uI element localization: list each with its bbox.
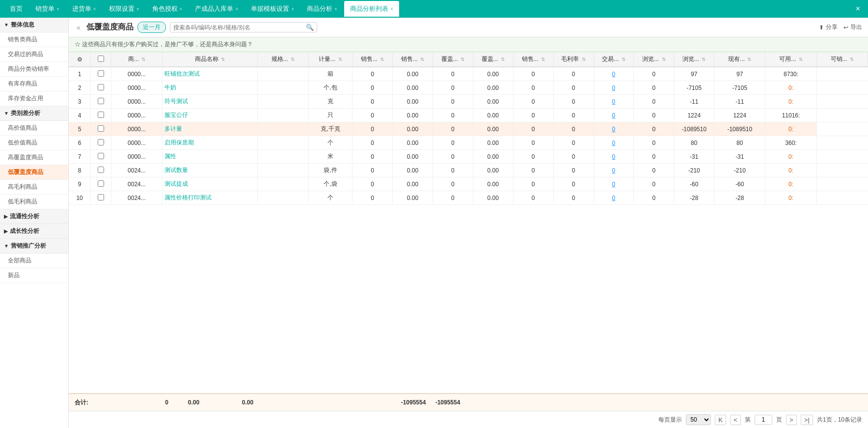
nav-tab-template[interactable]: 单据模板设置 × [245,1,300,17]
nav-tab-purchase[interactable]: 进货单 × [66,1,102,17]
sellable-col-header[interactable]: 可销... ⇅ [816,52,868,67]
sort-icon: ⇅ [461,57,464,62]
checkbox-col-header[interactable] [91,52,111,67]
close-icon[interactable]: × [390,6,393,12]
per-page-select[interactable]: 50 20 100 [686,414,711,425]
row-name[interactable]: 多计量 [163,122,258,136]
prev-page-button[interactable]: < [730,415,741,425]
sales2-col-header[interactable]: 销售... ⇅ [393,52,433,67]
row-trade[interactable]: 0 [594,150,634,164]
row-checkbox[interactable] [91,122,111,136]
row-name[interactable]: 符号测试 [163,95,258,109]
row-name[interactable]: 牛奶 [163,81,258,95]
sidebar-group-flow[interactable]: ▶ 流通性分析 [0,209,68,224]
unit-col-header[interactable]: 计量... ⇅ [308,52,352,67]
row-name[interactable]: 属性 [163,150,258,164]
spec-col-header[interactable]: 规格... ⇅ [257,52,308,67]
row-name[interactable]: 服宝公仔 [163,109,258,122]
row-name[interactable]: 测试数量 [163,164,258,177]
coverage1-col-header[interactable]: 覆盖... ⇅ [433,52,473,67]
first-page-button[interactable]: K [715,415,726,425]
row-trade[interactable]: 0 [594,177,634,191]
sidebar-item-low-margin[interactable]: 低毛利商品 [0,195,68,209]
margin-col-header[interactable]: 毛利率 ⇅ [553,52,594,67]
close-icon[interactable]: × [93,6,96,12]
sidebar-item-capital[interactable]: 库存资金占用 [0,91,68,106]
sales3-col-header[interactable]: 销售... ⇅ [513,52,553,67]
row-trade[interactable]: 0 [594,136,634,150]
code-col-header[interactable]: 商... ⇅ [111,52,162,67]
nav-tab-roles[interactable]: 角色授权 × [146,1,189,17]
sidebar-item-high-margin[interactable]: 高毛利商品 [0,180,68,195]
nav-tab-product-entry[interactable]: 产成品入库单 × [189,1,244,17]
row-checkbox[interactable] [91,136,111,150]
row-trade[interactable]: 0 [594,67,634,81]
select-all-checkbox[interactable] [98,56,104,62]
window-close-button[interactable]: × [852,2,864,15]
row-available: 1224 [714,109,765,122]
close-icon[interactable]: × [235,6,238,12]
row-checkbox[interactable] [91,81,111,95]
row-trade[interactable]: 0 [594,122,634,136]
period-button[interactable]: 近一月 [137,22,166,33]
close-icon[interactable]: × [56,6,59,12]
sidebar-item-all-goods[interactable]: 全部商品 [0,254,68,268]
sidebar-group-growth[interactable]: ▶ 成长性分析 [0,224,68,239]
page-number-input[interactable] [755,415,772,425]
close-icon[interactable]: × [136,6,139,12]
row-trade[interactable]: 0 [594,81,634,95]
last-page-button[interactable]: >| [801,415,813,425]
close-icon[interactable]: × [291,6,294,12]
table-wrapper[interactable]: ⚙ 商... ⇅ 商品名称 ⇅ 规格... ⇅ 计量... ⇅ 销售... ⇅ … [69,52,868,393]
row-name[interactable]: 旺铺批次测试 [163,67,258,81]
nav-tab-sales[interactable]: 销货单 × [29,1,65,17]
row-name[interactable]: 属性价格打印测试 [163,191,258,205]
row-checkbox[interactable] [91,177,111,191]
sidebar-item-high-value[interactable]: 高价值商品 [0,121,68,136]
row-name[interactable]: 启用保质期 [163,136,258,150]
current-col-header[interactable]: 现有... ⇅ [714,52,765,67]
row-name[interactable]: 测试提成 [163,177,258,191]
share-button[interactable]: ⬆ 分享 [819,23,838,31]
close-icon[interactable]: × [180,6,183,12]
settings-col-header[interactable]: ⚙ [69,52,91,67]
sidebar-item-traded-goods[interactable]: 交易过的商品 [0,47,68,62]
sidebar-item-high-coverage[interactable]: 高覆盖度商品 [0,150,68,165]
row-checkbox[interactable] [91,150,111,164]
close-icon[interactable]: × [334,6,337,12]
row-checkbox[interactable] [91,164,111,177]
row-checkbox[interactable] [91,109,111,122]
row-trade[interactable]: 0 [594,191,634,205]
row-trade[interactable]: 0 [594,109,634,122]
browse1-col-header[interactable]: 浏览... ⇅ [634,52,674,67]
search-input[interactable] [173,24,304,31]
export-button[interactable]: ↩ 导出 [843,23,862,31]
nav-tab-analysis-list[interactable]: 商品分析列表 × [344,1,399,17]
search-icon[interactable]: 🔍 [306,24,314,31]
collapse-sidebar-button[interactable]: « [75,23,82,32]
sidebar-item-low-value[interactable]: 低价值商品 [0,136,68,150]
next-page-button[interactable]: > [786,415,797,425]
row-trade[interactable]: 0 [594,95,634,109]
name-col-header[interactable]: 商品名称 ⇅ [163,52,258,67]
browse2-col-header[interactable]: 浏览... ⇅ [674,52,714,67]
row-trade[interactable]: 0 [594,164,634,177]
sidebar-item-low-coverage[interactable]: 低覆盖度商品 [0,165,68,180]
nav-tab-permissions[interactable]: 权限设置 × [103,1,145,17]
sales1-col-header[interactable]: 销售... ⇅ [353,52,393,67]
sidebar-item-new-goods[interactable]: 新品 [0,268,68,283]
sidebar-group-category[interactable]: ▼ 类别差分析 [0,106,68,121]
nav-tab-home[interactable]: 首页 [4,1,28,17]
row-checkbox[interactable] [91,67,111,81]
coverage2-col-header[interactable]: 覆盖... ⇅ [473,52,513,67]
available-col-header[interactable]: 可用... ⇅ [765,52,816,67]
sidebar-item-sales-goods[interactable]: 销售类商品 [0,32,68,47]
sidebar-group-overall[interactable]: ▼ 整体信息 [0,18,68,32]
sidebar-item-category-turnover[interactable]: 商品分类动销率 [0,62,68,77]
row-checkbox[interactable] [91,191,111,205]
row-checkbox[interactable] [91,95,111,109]
sidebar-group-marketing[interactable]: ▼ 营销推广分析 [0,239,68,254]
nav-tab-analysis[interactable]: 商品分析 × [301,1,343,17]
sidebar-item-in-stock[interactable]: 有库存商品 [0,77,68,91]
trade-col-header[interactable]: 交易... ⇅ [594,52,634,67]
